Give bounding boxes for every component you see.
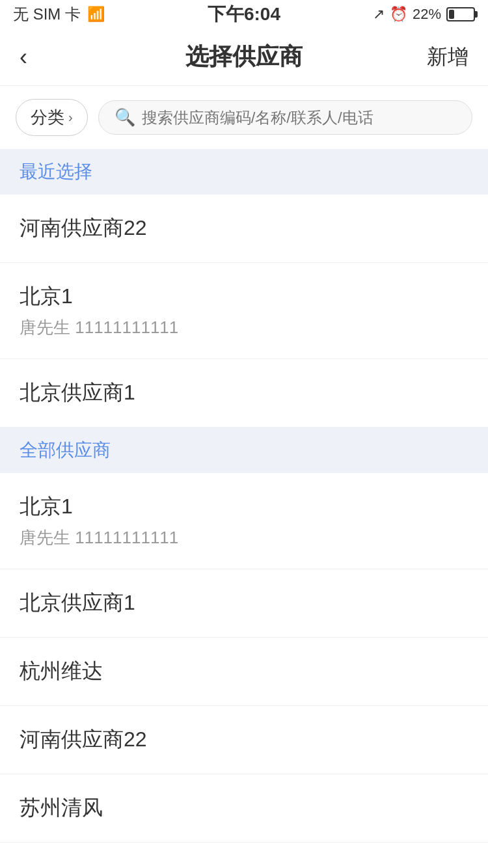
- item-name: 杭州维达: [20, 657, 468, 686]
- list-item[interactable]: 河南供应商22: [0, 195, 488, 263]
- location-icon: ↗: [373, 6, 385, 23]
- item-contact: 唐先生 11111111111: [20, 526, 468, 549]
- wifi-icon: 📶: [87, 6, 105, 23]
- item-name: 苏州清风: [20, 794, 468, 822]
- list-item[interactable]: 北京供应商1: [0, 359, 488, 427]
- search-icon: 🔍: [115, 107, 135, 128]
- list-item[interactable]: 杭州维达: [0, 638, 488, 706]
- recent-list: 河南供应商22北京1唐先生 11111111111北京供应商1: [0, 195, 488, 427]
- list-item[interactable]: 北京1唐先生 11111111111: [0, 263, 488, 359]
- category-button[interactable]: 分类 ›: [16, 99, 88, 136]
- page-title: 选择供应商: [185, 41, 303, 73]
- item-contact: 唐先生 11111111111: [20, 316, 468, 339]
- all-list: 北京1唐先生 11111111111北京供应商1杭州维达河南供应商22苏州清风: [0, 473, 488, 843]
- carrier-text: 无 SIM 卡: [13, 4, 81, 25]
- item-name: 北京1: [20, 282, 468, 311]
- all-section-header: 全部供应商: [0, 427, 488, 473]
- battery-fill: [449, 10, 454, 19]
- add-button[interactable]: 新增: [427, 43, 468, 72]
- recent-section-header: 最近选择: [0, 149, 488, 195]
- chevron-right-icon: ›: [68, 110, 73, 125]
- battery-bar: [446, 7, 475, 21]
- all-section-title: 全部供应商: [20, 440, 111, 460]
- list-item[interactable]: 北京1唐先生 11111111111: [0, 473, 488, 569]
- status-bar: 无 SIM 卡 📶 下午6:04 ↗ ⏰ 22%: [0, 0, 488, 29]
- category-label: 分类: [31, 106, 64, 129]
- list-item[interactable]: 北京供应商1: [0, 569, 488, 638]
- filter-bar: 分类 › 🔍: [0, 86, 488, 149]
- item-name: 河南供应商22: [20, 214, 468, 243]
- search-input[interactable]: [142, 109, 456, 127]
- recent-section-title: 最近选择: [20, 161, 92, 182]
- item-name: 北京1: [20, 493, 468, 521]
- item-name: 北京供应商1: [20, 379, 468, 407]
- status-right: ↗ ⏰ 22%: [373, 6, 475, 23]
- item-name: 北京供应商1: [20, 589, 468, 617]
- nav-bar: ‹ 选择供应商 新增: [0, 29, 488, 86]
- item-name: 河南供应商22: [20, 726, 468, 754]
- search-box: 🔍: [98, 100, 472, 135]
- list-item[interactable]: 苏州清风: [0, 774, 488, 843]
- battery-percent: 22%: [413, 6, 441, 23]
- alarm-icon: ⏰: [390, 6, 407, 23]
- list-item[interactable]: 河南供应商22: [0, 706, 488, 774]
- status-time: 下午6:04: [208, 2, 280, 27]
- back-button[interactable]: ‹: [20, 44, 59, 71]
- status-left: 无 SIM 卡 📶: [13, 4, 105, 25]
